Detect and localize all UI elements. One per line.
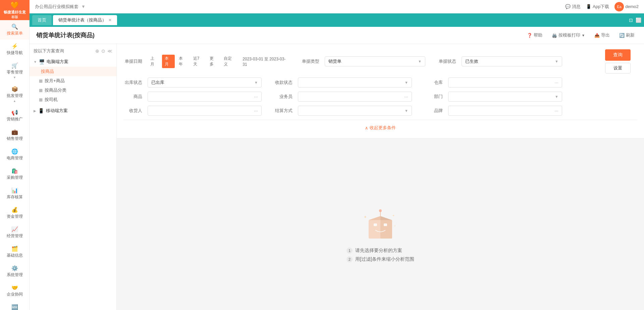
left-panel-actions: ⊕ ⊙ ≪	[95, 48, 112, 54]
refresh-icon: 🔄	[619, 33, 625, 38]
page-title: 销货单统计表(按商品)	[36, 31, 95, 39]
sidebar-item-finance[interactable]: 💰 资金管理	[0, 203, 29, 223]
sidebar-item-sales[interactable]: 💼 销售管理	[0, 125, 29, 145]
app-name: 畅捷通好生意	[4, 10, 26, 15]
tree-item-by-product[interactable]: 按商品	[30, 67, 116, 76]
warehouse-input[interactable]: ···	[448, 78, 562, 88]
tab-home[interactable]: 首页	[32, 15, 52, 25]
consignee-dots-icon[interactable]: ···	[254, 108, 258, 113]
doc-status-select[interactable]: 已生效 ▼	[462, 56, 562, 66]
print-icon: 🖨️	[552, 33, 557, 38]
consignee-input[interactable]: ···	[148, 106, 262, 116]
product-dots-icon[interactable]: ···	[254, 94, 258, 99]
brand-dots-icon[interactable]: ···	[554, 108, 558, 113]
date-tab-7days[interactable]: 近7天	[191, 55, 206, 68]
user-menu[interactable]: Ea demo2	[614, 2, 639, 11]
warehouse-dots-icon[interactable]: ···	[554, 80, 558, 85]
tip-text-2: 用[过滤]条件来缩小分析范围	[355, 256, 414, 262]
sidebar-item-search[interactable]: 🔍 搜索菜单	[0, 20, 29, 40]
app-download-button[interactable]: 📱 App下载	[586, 4, 609, 10]
payment-select[interactable]: ▼	[298, 106, 412, 116]
tab-restore-icon[interactable]: ⊡	[629, 17, 633, 23]
tree-item-by-category[interactable]: ▦ 按商品分类	[30, 86, 116, 95]
export-button[interactable]: 📤 导出	[592, 31, 612, 40]
tree-section-pc[interactable]: ▼ 🖥️ 电脑端方案	[30, 57, 116, 67]
ecommerce-icon: 🌐	[11, 148, 18, 155]
date-tab-this-year[interactable]: 本年	[176, 55, 189, 68]
sidebar-basic-label: 基础信息	[7, 253, 23, 258]
settings-button[interactable]: 设置	[605, 63, 631, 73]
tip-num-1: 1	[346, 248, 353, 254]
svg-rect-2	[380, 220, 392, 239]
sidebar-item-wholesale[interactable]: 📦 批发管理 ▲	[0, 83, 29, 106]
industry-name: 办公用品行业模拟账套	[35, 4, 78, 10]
collect-status-select[interactable]: ▼	[298, 78, 412, 88]
tree-item-by-month-product[interactable]: ▦ 按月+商品	[30, 76, 116, 86]
doc-type-select[interactable]: 销货单 ▼	[325, 56, 425, 66]
collapse-button[interactable]: ∧ 收起更多条件	[363, 123, 398, 133]
empty-tip-2: 2 用[过滤]条件来缩小分析范围	[346, 256, 414, 262]
sidebar-search-label: 搜索菜单	[7, 31, 23, 36]
tree-item-by-cashier[interactable]: ▦ 按司机	[30, 95, 116, 104]
date-tab-this-month[interactable]: 本月	[162, 55, 175, 68]
sidebar-item-marketing[interactable]: 📢 营销推广	[0, 106, 29, 125]
sidebar-item-ecommerce[interactable]: 🌐 电商管理	[0, 145, 29, 164]
brand-label: 品牌	[424, 108, 443, 114]
sidebar-item-quick-nav[interactable]: ⚡ 快捷导航	[0, 40, 29, 59]
tree-section-mobile[interactable]: ▶ 📱 移动端方案	[30, 106, 116, 116]
export-icon: 📤	[594, 33, 600, 38]
inventory-icon: 📊	[11, 187, 18, 194]
sidebar-item-guide[interactable]: 🆕 新手引导	[0, 301, 29, 310]
date-filter: 上月 本月 本年 近7天 更多 自定义 2023-03-01 至 2023-03…	[148, 55, 288, 68]
tab-report[interactable]: 销货单统计表（按商品） ✕	[53, 15, 117, 25]
help-button[interactable]: ❓ 帮助	[524, 31, 545, 40]
sidebar-retail-label: 零售管理	[7, 69, 23, 75]
brand-input[interactable]: ···	[448, 106, 562, 116]
operation-icon: 📈	[11, 226, 18, 232]
doc-type-arrow-icon: ▼	[418, 59, 422, 63]
tab-maximize-icon[interactable]: ⬜	[636, 17, 641, 23]
cashier-icon: ▦	[39, 97, 43, 102]
add-scheme-icon[interactable]: ⊕	[95, 48, 99, 54]
system-icon: ⚙️	[11, 265, 18, 271]
tab-close-icon[interactable]: ✕	[108, 18, 112, 22]
print-button[interactable]: 🖨️ 按模板打印 ▼	[549, 31, 588, 40]
left-panel-title: 按以下方案查询	[34, 48, 64, 54]
warehouse-status-select[interactable]: 已出库 ▼	[148, 78, 262, 88]
sidebar-item-inventory[interactable]: 📊 库存核算	[0, 184, 29, 203]
date-tab-custom[interactable]: 自定义	[221, 55, 238, 68]
sidebar-item-retail[interactable]: 🛒 零售管理 ▼	[0, 59, 29, 83]
svg-point-6	[379, 209, 382, 212]
sidebar: 🧡 畅捷通好生意 标版 🔍 搜索菜单 ⚡ 快捷导航 🛒 零售管理 ▼ 📦 批发管…	[0, 0, 30, 310]
sidebar-item-operation[interactable]: 📈 经营管理	[0, 223, 29, 242]
svg-text:✦: ✦	[394, 224, 396, 227]
category-icon: ▦	[39, 88, 43, 93]
salesperson-input[interactable]: ···	[298, 92, 412, 102]
sidebar-item-system[interactable]: ⚙️ 系统管理	[0, 262, 29, 281]
message-button[interactable]: 💬 消息	[565, 4, 581, 10]
collapse-up-icon: ∧	[365, 125, 368, 131]
warehouse-label: 仓库	[424, 80, 443, 86]
svg-text:✦: ✦	[364, 215, 367, 219]
app-subtitle: 标版	[11, 15, 18, 19]
salesperson-dots-icon[interactable]: ···	[404, 94, 408, 99]
sidebar-item-basic[interactable]: 🗂️ 基础信息	[0, 242, 29, 262]
date-tab-more[interactable]: 更多	[207, 55, 220, 68]
query-button[interactable]: 查询	[605, 49, 631, 61]
sales-icon: 💼	[11, 129, 18, 135]
industry-dropdown-icon[interactable]: ▼	[81, 4, 86, 9]
tree-pc-icon: 🖥️	[39, 59, 45, 64]
sidebar-item-purchase[interactable]: 🛍️ 采购管理	[0, 164, 29, 184]
dept-select[interactable]: ▼	[448, 92, 562, 102]
sidebar-item-enterprise[interactable]: 🤝 企业协同	[0, 281, 29, 301]
sidebar-system-label: 系统管理	[7, 272, 23, 278]
collapse-scheme-icon[interactable]: ≪	[107, 48, 112, 54]
date-tab-last-month[interactable]: 上月	[148, 55, 161, 68]
tab-bar: 首页 销货单统计表（按商品） ✕ ⊡ ⬜	[30, 13, 644, 27]
print-dropdown-icon: ▼	[582, 34, 585, 37]
edit-scheme-icon[interactable]: ⊙	[101, 48, 105, 54]
tab-home-label: 首页	[38, 17, 46, 23]
refresh-button[interactable]: 🔄 刷新	[616, 31, 637, 40]
collect-status-arrow-icon: ▼	[405, 81, 408, 85]
product-input[interactable]: ···	[148, 92, 262, 102]
